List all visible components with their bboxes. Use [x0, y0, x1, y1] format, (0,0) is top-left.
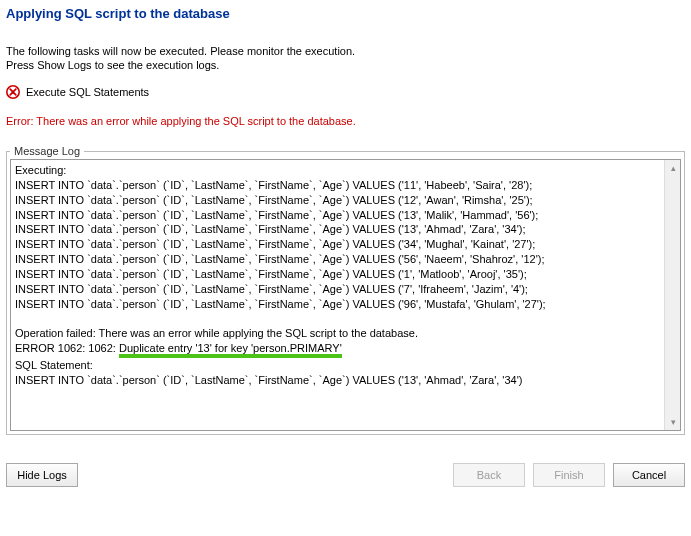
log-insert-line: INSERT INTO `data`.`person` (`ID`, `Last… [15, 222, 662, 237]
message-log-fieldset: Message Log Executing: INSERT INTO `data… [6, 145, 685, 435]
hide-logs-button[interactable]: Hide Logs [6, 463, 78, 487]
scroll-down-icon[interactable]: ▾ [665, 414, 681, 430]
task-row: Execute SQL Statements [6, 85, 685, 99]
message-log-content[interactable]: Executing: INSERT INTO `data`.`person` (… [11, 160, 680, 391]
error-summary: Error: There was an error while applying… [6, 115, 685, 127]
log-fail-line: Operation failed: There was an error whi… [15, 326, 662, 341]
task-label: Execute SQL Statements [26, 86, 149, 98]
log-executing-label: Executing: [15, 163, 662, 178]
log-insert-line: INSERT INTO `data`.`person` (`ID`, `Last… [15, 178, 662, 193]
finish-button: Finish [533, 463, 605, 487]
log-insert-line: INSERT INTO `data`.`person` (`ID`, `Last… [15, 282, 662, 297]
log-scrollbar[interactable]: ▴ ▾ [664, 160, 680, 430]
log-insert-line: INSERT INTO `data`.`person` (`ID`, `Last… [15, 297, 662, 312]
error-icon [6, 85, 20, 99]
log-insert-line: INSERT INTO `data`.`person` (`ID`, `Last… [15, 208, 662, 223]
log-error-highlight: Duplicate entry '13' for key 'person.PRI… [119, 344, 342, 358]
message-log-legend: Message Log [10, 145, 84, 157]
message-log-box: Executing: INSERT INTO `data`.`person` (… [10, 159, 681, 431]
log-insert-line: INSERT INTO `data`.`person` (`ID`, `Last… [15, 267, 662, 282]
intro-line-2: Press Show Logs to see the execution log… [6, 59, 685, 71]
cancel-button[interactable]: Cancel [613, 463, 685, 487]
log-insert-line: INSERT INTO `data`.`person` (`ID`, `Last… [15, 252, 662, 267]
log-error-line: ERROR 1062: 1062: Duplicate entry '13' f… [15, 341, 662, 358]
intro-line-1: The following tasks will now be executed… [6, 45, 685, 57]
page-title: Applying SQL script to the database [6, 6, 685, 21]
scroll-up-icon[interactable]: ▴ [665, 160, 681, 176]
log-insert-line: INSERT INTO `data`.`person` (`ID`, `Last… [15, 193, 662, 208]
log-stmt-label: SQL Statement: [15, 358, 662, 373]
footer-bar: Hide Logs Back Finish Cancel [6, 463, 685, 487]
log-insert-line: INSERT INTO `data`.`person` (`ID`, `Last… [15, 237, 662, 252]
back-button: Back [453, 463, 525, 487]
log-stmt: INSERT INTO `data`.`person` (`ID`, `Last… [15, 373, 662, 388]
